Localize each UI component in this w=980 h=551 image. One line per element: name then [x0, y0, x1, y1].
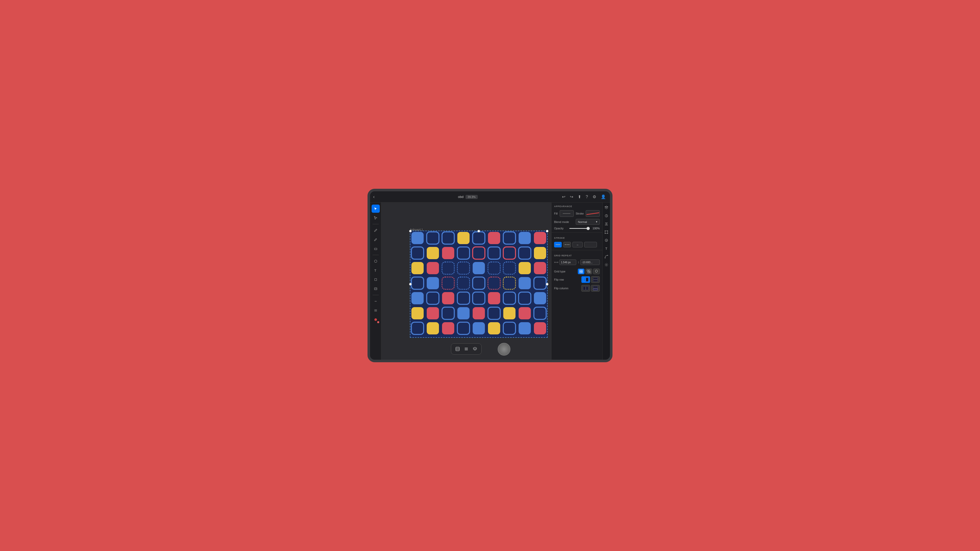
zoom-level[interactable]: 39.3% [466, 195, 477, 199]
section-divider-1 [552, 232, 602, 233]
appearance-section-header: APPEARANCE [552, 203, 602, 209]
layers-panel-button[interactable] [603, 205, 609, 211]
align-panel-button[interactable] [603, 221, 609, 227]
svg-rect-73 [519, 322, 531, 334]
direct-select-tool-button[interactable] [372, 214, 380, 222]
svg-rect-22 [427, 247, 439, 259]
list-view-button[interactable] [463, 345, 470, 353]
svg-rect-102 [605, 231, 608, 233]
flip-row-label: Flip row [554, 278, 580, 281]
svg-rect-53 [488, 292, 500, 304]
transform-panel-button[interactable] [603, 229, 609, 235]
pattern-svg [410, 230, 548, 338]
svg-rect-82 [581, 270, 583, 271]
grid-type-square-button[interactable] [578, 268, 584, 274]
profile-button[interactable]: 👤 [600, 193, 607, 200]
flip-column-row: Flip column [552, 284, 602, 292]
blend-mode-select[interactable]: Normal ▾ [576, 219, 600, 225]
layers-view-button[interactable] [454, 345, 461, 353]
svg-rect-81 [579, 270, 581, 271]
grid-height-input-group: ↕ -10.693... [578, 259, 600, 265]
stack-view-button[interactable] [471, 345, 479, 353]
svg-text:R: R [606, 239, 608, 242]
grid-height-input[interactable]: -10.693... [580, 259, 600, 265]
flip-row-row: Flip row [552, 275, 602, 284]
redo-button[interactable]: ↪ [569, 193, 574, 200]
pattern-container [410, 230, 548, 338]
bottom-toolbar [451, 343, 482, 354]
svg-point-103 [605, 230, 605, 231]
stroke-solid-button[interactable] [554, 242, 562, 248]
stroke-solid-line [555, 245, 560, 245]
svg-rect-67 [427, 322, 439, 334]
back-button[interactable]: ‹ [373, 194, 375, 200]
canvas-area[interactable]: Artboard 1 [381, 203, 551, 360]
svg-rect-20 [534, 232, 546, 244]
tablet-frame: ‹ obd 39.3% ↩ ↪ ⬆ ? ⚙ 👤 [368, 189, 612, 362]
fill-swatch[interactable] [560, 210, 574, 217]
svg-rect-99 [605, 223, 608, 223]
svg-point-10 [374, 318, 377, 321]
select-tool-button[interactable] [372, 205, 380, 213]
svg-rect-91 [586, 278, 588, 281]
settings-panel-button[interactable] [603, 262, 609, 268]
align-tool-button[interactable] [372, 306, 380, 314]
flip-column-label: Flip column [554, 287, 580, 290]
svg-text:T: T [605, 247, 608, 251]
grid-width-input[interactable]: 1.546 px [559, 259, 576, 265]
minus-tool-button[interactable] [372, 297, 380, 305]
svg-rect-17 [488, 232, 500, 244]
stroke-options-row: -- [552, 241, 602, 248]
pen-tool-button[interactable] [372, 226, 380, 234]
svg-rect-68 [442, 322, 454, 334]
svg-rect-70 [473, 322, 485, 334]
grid-width-input-group: ⟺ 1.546 px [554, 259, 576, 265]
appearance-panel-button[interactable] [603, 213, 609, 219]
text-tool-button[interactable]: T [372, 266, 380, 275]
path-panel-button[interactable] [603, 254, 609, 260]
svg-rect-97 [593, 289, 598, 290]
tool-divider-1 [372, 224, 379, 224]
ellipse-tool-button[interactable] [372, 257, 380, 265]
color-tool-button[interactable] [372, 316, 380, 324]
top-bar: ‹ obd 39.3% ↩ ↪ ⬆ ? ⚙ 👤 [370, 191, 610, 203]
svg-point-105 [605, 233, 605, 234]
svg-rect-101 [605, 225, 608, 225]
share-button[interactable]: ⬆ [577, 193, 582, 200]
opacity-slider-track[interactable] [570, 228, 588, 229]
svg-rect-95 [586, 286, 588, 290]
stroke-dashed-button[interactable] [563, 242, 571, 248]
panel-icons: R T [602, 203, 610, 360]
stroke-line [587, 212, 599, 215]
settings-button[interactable]: ⚙ [592, 193, 597, 200]
grid-type-offset-button[interactable] [585, 268, 592, 274]
blend-mode-row: Blend mode Normal ▾ [552, 218, 602, 226]
crop-tool-button[interactable] [372, 275, 380, 284]
type-panel-button[interactable]: T [603, 245, 609, 251]
image-tool-button[interactable] [372, 285, 380, 293]
svg-rect-86 [589, 270, 590, 271]
joystick[interactable] [498, 343, 511, 356]
flip-column-horizontal-button[interactable] [581, 285, 590, 292]
pencil-tool-button[interactable] [372, 235, 380, 244]
svg-rect-15 [457, 232, 469, 244]
flip-column-vertical-button[interactable] [591, 285, 600, 292]
eraser-tool-button[interactable] [372, 245, 380, 253]
svg-point-111 [607, 255, 608, 256]
grid-type-row: Grid type [552, 268, 602, 275]
height-icon: ↕ [578, 260, 579, 264]
stroke-extra-value-box[interactable] [584, 242, 597, 248]
svg-rect-90 [583, 278, 585, 281]
opacity-slider-thumb[interactable] [587, 227, 590, 230]
fill-dash [563, 213, 570, 214]
flip-row-vertical-button[interactable] [591, 276, 600, 283]
symbol-panel-button[interactable]: R [603, 237, 609, 243]
help-button[interactable]: ? [585, 194, 589, 200]
grid-type-hex-button[interactable] [593, 268, 600, 274]
svg-rect-34 [473, 262, 485, 274]
svg-rect-38 [534, 262, 546, 274]
stroke-value-box[interactable]: -- [573, 242, 583, 248]
flip-row-horizontal-button[interactable] [581, 276, 590, 283]
undo-button[interactable]: ↩ [561, 193, 566, 200]
stroke-swatch[interactable] [586, 210, 600, 217]
